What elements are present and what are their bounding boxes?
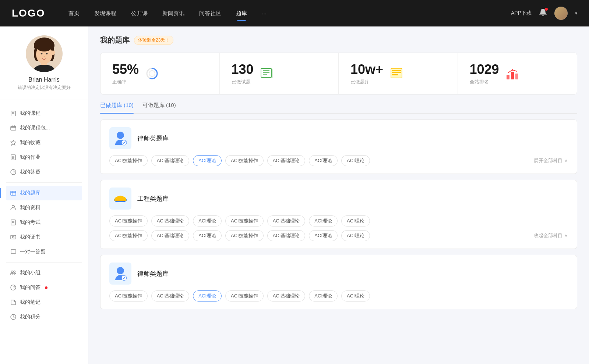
svg-point-36 — [14, 271, 15, 273]
user-avatar[interactable] — [554, 7, 568, 20]
subject-tag[interactable]: ACI基础理论 — [267, 230, 306, 241]
profile-icon — [10, 205, 16, 211]
sidebar-item-1on1[interactable]: 一对一答疑 — [6, 245, 82, 259]
logo[interactable]: LOGO — [12, 7, 45, 19]
svg-point-10 — [43, 56, 45, 57]
nav-right-actions: APP下载 ▾ — [511, 7, 577, 20]
svg-rect-33 — [11, 235, 16, 239]
sidebar-label-profile: 我的资料 — [20, 204, 40, 211]
group-icon — [10, 270, 16, 276]
nav-home[interactable]: 首页 — [63, 7, 85, 20]
tab-done[interactable]: 已做题库 (10) — [100, 102, 134, 113]
cert-icon — [10, 234, 16, 240]
sidebar-label-1on1: 一对一答疑 — [20, 249, 46, 255]
sidebar-item-cert[interactable]: 我的证书 — [6, 230, 82, 245]
subject-tag[interactable]: ACI基础理论 — [151, 215, 190, 226]
subject-tag-active[interactable]: ACI理论 — [193, 155, 222, 166]
sidebar-item-collection[interactable]: 我的收藏 — [6, 135, 82, 150]
tab-available[interactable]: 可做题库 (10) — [142, 102, 176, 113]
nav-discover[interactable]: 发现课程 — [88, 7, 122, 20]
user-motto: 错误的决定比没有决定要好 — [18, 85, 71, 91]
subject-tag[interactable]: ACI技能操作 — [225, 215, 264, 226]
expand-link-1[interactable]: 展开全部科目 ∨ — [534, 157, 568, 164]
sidebar-item-notes[interactable]: 我的笔记 — [6, 295, 82, 310]
user-name: Brian Harris — [28, 76, 59, 83]
svg-point-35 — [11, 271, 13, 273]
subjects-row-2a: ACI技能操作 ACI基础理论 ACI理论 ACI技能操作 ACI基础理论 AC… — [109, 215, 568, 226]
sidebar-item-exam[interactable]: 我的考试 — [6, 215, 82, 230]
page-header: 我的题库 体验剩余23天！ — [100, 35, 577, 45]
sidebar-label-exam: 我的考试 — [20, 219, 40, 226]
nav-qa[interactable]: 问答社区 — [193, 7, 227, 20]
lawyer-icon-1 — [109, 127, 131, 149]
subject-tag[interactable]: ACI基础理论 — [267, 155, 306, 166]
subject-tag[interactable]: ACI理论 — [309, 215, 338, 226]
divider-2 — [6, 262, 82, 263]
svg-rect-57 — [515, 74, 518, 79]
sidebar-item-homework[interactable]: 我的作业 — [6, 150, 82, 165]
svg-point-7 — [36, 41, 52, 51]
svg-rect-64 — [115, 200, 126, 201]
app-download-button[interactable]: APP下载 — [511, 10, 532, 17]
sidebar-item-profile[interactable]: 我的资料 — [6, 200, 82, 215]
bank-card-engineering: 工程类题库 ACI技能操作 ACI基础理论 ACI理论 ACI技能操作 ACI基… — [100, 180, 577, 249]
stat-questions-value: 130 — [232, 62, 254, 77]
subject-tag[interactable]: ACI理论 — [309, 155, 338, 166]
subject-tag[interactable]: ACI理论 — [309, 230, 338, 241]
course-icon — [10, 110, 16, 116]
subject-tag[interactable]: ACI基础理论 — [151, 230, 190, 241]
stat-banks-label: 已做题库 — [350, 79, 383, 85]
svg-rect-53 — [392, 72, 401, 73]
subject-tag[interactable]: ACI理论 — [341, 215, 370, 226]
subject-tag[interactable]: ACI技能操作 — [109, 230, 148, 241]
lawyer-icon-2 — [109, 263, 131, 285]
user-menu-chevron[interactable]: ▾ — [575, 11, 577, 16]
nav-news[interactable]: 新闻资讯 — [156, 7, 190, 20]
expand-link-2[interactable]: 收起全部科目 ∧ — [534, 232, 568, 239]
subject-tag[interactable]: ACI技能操作 — [109, 215, 148, 226]
questions-done-icon — [260, 66, 274, 81]
svg-text:?: ? — [13, 286, 15, 290]
svg-point-58 — [512, 69, 513, 71]
subject-tag[interactable]: ACI基础理论 — [151, 155, 190, 166]
nav-bank[interactable]: 题库 — [230, 7, 253, 20]
sidebar-item-my-course[interactable]: 我的课程 — [6, 106, 82, 121]
subject-tag[interactable]: ACI技能操作 — [225, 230, 264, 241]
subject-tag[interactable]: ACI理论 — [193, 215, 222, 226]
nav-more[interactable]: ··· — [256, 7, 272, 19]
sidebar-item-qa[interactable]: ? 我的答疑 — [6, 165, 82, 179]
subject-tag[interactable]: ACI技能操作 — [109, 155, 148, 166]
stat-banks-value: 10w+ — [350, 62, 383, 77]
sidebar-item-course-package[interactable]: 我的课程包... — [6, 121, 82, 135]
sidebar-label-package: 我的课程包... — [20, 125, 50, 131]
svg-rect-55 — [507, 75, 509, 79]
sidebar-label-points: 我的积分 — [20, 314, 40, 320]
bank-name-3: 律师类题库 — [137, 270, 169, 278]
sidebar-item-points[interactable]: 我的积分 — [6, 310, 82, 324]
bank-icon — [10, 190, 16, 196]
svg-rect-52 — [392, 70, 401, 71]
svg-point-9 — [46, 53, 47, 54]
subject-tag[interactable]: ACI技能操作 — [225, 155, 264, 166]
subject-tag[interactable]: ACI技能操作 — [109, 290, 148, 301]
stat-questions-label: 已做试题 — [232, 79, 254, 85]
subject-tag[interactable]: ACI理论 — [341, 290, 370, 301]
notification-bell[interactable] — [539, 8, 547, 18]
sidebar-item-group[interactable]: 我的小组 — [6, 265, 82, 280]
nav-open-course[interactable]: 公开课 — [125, 7, 154, 20]
subject-tag[interactable]: ACI理论 — [341, 230, 370, 241]
subject-tag[interactable]: ACI基础理论 — [267, 215, 306, 226]
subject-tag[interactable]: ACI理论 — [341, 155, 370, 166]
subject-tag[interactable]: ACI理论 — [309, 290, 338, 301]
sidebar-item-bank[interactable]: 我的题库 — [6, 186, 82, 200]
accuracy-icon — [145, 66, 159, 81]
subject-tag-active[interactable]: ACI理论 — [193, 290, 222, 301]
subjects-row-1: ACI技能操作 ACI基础理论 ACI理论 ACI技能操作 ACI基础理论 AC… — [109, 155, 568, 166]
subject-tag[interactable]: ACI基础理论 — [151, 290, 190, 301]
subject-tag[interactable]: ACI技能操作 — [225, 290, 264, 301]
sidebar-label-group: 我的小组 — [20, 270, 40, 276]
notes-icon — [10, 299, 16, 305]
sidebar-item-questions[interactable]: ? 我的问答 — [6, 280, 82, 295]
subject-tag[interactable]: ACI理论 — [193, 230, 222, 241]
subject-tag[interactable]: ACI基础理论 — [267, 290, 306, 301]
